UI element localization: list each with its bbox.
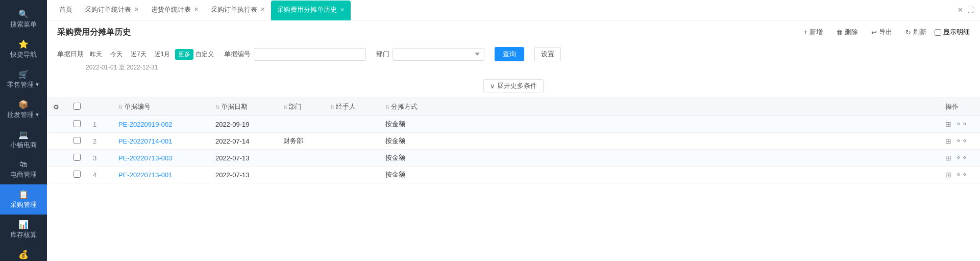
main-content: 首页 采购订单统计表 ✕ 进货单统计表 ✕ 采购订单执行表 ✕ 采购费用分摊单历…: [47, 0, 980, 261]
row-doc-number-link[interactable]: PE-20220713-003: [118, 154, 173, 162]
row-doc-number-link[interactable]: PE-20220713-001: [118, 171, 173, 179]
sidebar-item-quicknav[interactable]: ⭐ 快捷导航: [0, 34, 47, 64]
col-settings-header[interactable]: ⚙: [47, 98, 67, 116]
row-dept-cell: [277, 150, 324, 167]
sidebar-item-small-ecommerce[interactable]: 💻 小畅电商: [0, 125, 47, 155]
export-icon: ↩: [871, 29, 877, 36]
row-checkbox-3[interactable]: [74, 171, 81, 178]
edit-icon[interactable]: ⊞: [945, 120, 951, 128]
sidebar-item-purchase[interactable]: 📋 采购管理: [0, 184, 47, 215]
more-icon[interactable]: ⚬⚬: [955, 171, 968, 179]
close-inbound-stats-icon[interactable]: ✕: [194, 6, 199, 13]
query-button[interactable]: 查询: [495, 47, 524, 61]
header-toolbar: 采购费用分摊单历史 + 新增 🗑 删除 ↩ 导出 ↻ 刷新 显示明细: [47, 20, 980, 42]
col-split-method-header[interactable]: ⇅ 分摊方式: [379, 98, 939, 116]
ecommerce-icon: 🛍: [2, 160, 45, 169]
delete-button[interactable]: 🗑 删除: [831, 26, 863, 39]
show-detail-toggle[interactable]: 显示明细: [935, 28, 970, 37]
row-doc-date-cell: 2022-07-14: [209, 133, 277, 150]
col-dept-header[interactable]: ⇅ 部门: [277, 98, 324, 116]
tab-home[interactable]: 首页: [53, 0, 79, 20]
col-doc-number-header[interactable]: ⇅ 单据编号: [112, 98, 209, 116]
row-dept-cell: 财务部: [277, 133, 324, 150]
row-checkbox-cell[interactable]: [67, 116, 87, 133]
close-purchase-cost-history-icon[interactable]: ✕: [340, 7, 345, 13]
row-checkbox-cell[interactable]: [67, 150, 87, 167]
row-handler-cell: [324, 150, 379, 167]
inventory-icon: 📊: [2, 220, 45, 229]
col-dept-label: 部门: [288, 103, 302, 110]
edit-icon[interactable]: ⊞: [945, 137, 951, 145]
show-detail-checkbox[interactable]: [935, 29, 941, 36]
row-num-cell: 2: [87, 133, 112, 150]
sidebar-item-inventory[interactable]: 📊 库存核算: [0, 215, 47, 245]
row-checkbox-cell[interactable]: [67, 133, 87, 150]
date-shortcut-custom[interactable]: 自定义: [195, 50, 214, 59]
edit-icon[interactable]: ⊞: [945, 154, 951, 162]
date-shortcut-1month[interactable]: 近1月: [152, 49, 174, 60]
row-action-cell: ⊞ ⚬⚬: [939, 133, 980, 150]
col-split-method-label: 分摊方式: [391, 103, 418, 110]
row-doc-number-link[interactable]: PE-20220919-002: [118, 121, 173, 128]
row-doc-number-link[interactable]: PE-20220714-001: [118, 137, 173, 145]
expand-more-button[interactable]: ∨ 展开更多条件: [483, 79, 544, 92]
sidebar-item-retail[interactable]: 🛒 零售管理 ▼: [0, 64, 47, 94]
chevron-down-icon: ▼: [35, 82, 40, 87]
row-checkbox-2[interactable]: [74, 154, 81, 161]
dept-select[interactable]: [393, 48, 484, 61]
row-doc-date-cell: 2022-07-13: [209, 167, 277, 183]
date-range-text: 2022-01-01 至 2022-12-31: [86, 64, 158, 71]
tab-purchase-cost-history[interactable]: 采购费用分摊单历史 ✕: [271, 1, 351, 20]
edit-icon[interactable]: ⊞: [945, 171, 951, 179]
more-icon[interactable]: ⚬⚬: [955, 154, 968, 162]
wholesale-icon: 📦: [2, 100, 45, 109]
sidebar-item-search[interactable]: 🔍 搜索菜单: [0, 4, 47, 34]
date-filter-label: 单据日期: [57, 50, 84, 59]
tab-purchase-order-stats[interactable]: 采购订单统计表 ✕: [79, 0, 145, 20]
date-shortcut-yesterday[interactable]: 昨天: [87, 49, 105, 60]
row-dept-cell: [277, 167, 324, 183]
chevron-down-icon-2: ▼: [35, 112, 40, 117]
col-handler-header[interactable]: ⇅ 经手人: [324, 98, 379, 116]
close-window-icon[interactable]: ✕: [958, 6, 963, 14]
date-shortcut-today[interactable]: 今天: [107, 49, 126, 60]
row-split-method-cell: 按金额: [379, 133, 939, 150]
sidebar-label-retail: 零售管理: [7, 80, 34, 89]
tab-inbound-stats[interactable]: 进货单统计表 ✕: [145, 0, 205, 20]
doc-number-input[interactable]: [254, 48, 366, 61]
add-button[interactable]: + 新增: [799, 26, 828, 39]
row-num-cell: 1: [87, 116, 112, 133]
more-icon[interactable]: ⚬⚬: [955, 120, 968, 128]
row-checkbox-0[interactable]: [74, 120, 81, 127]
table-row: 2 PE-20220714-001 2022-07-14 财务部 按金额 ⊞ ⚬…: [47, 133, 980, 150]
sidebar-item-finance[interactable]: 💰 资金管理: [0, 245, 47, 261]
sort-icon-handler: ⇅: [330, 104, 336, 110]
row-settings-cell: [47, 133, 67, 150]
sort-icon-split-method: ⇅: [385, 104, 391, 110]
filter-row: 单据日期 昨天 今天 近7天 近1月 更多 自定义 单据编号: [57, 47, 970, 61]
date-shortcut-7days[interactable]: 近7天: [128, 49, 150, 60]
sort-icon-doc-number: ⇅: [118, 104, 124, 110]
row-checkbox-1[interactable]: [74, 137, 81, 144]
sidebar-item-wholesale[interactable]: 📦 批发管理 ▼: [0, 94, 47, 125]
col-checkbox-header[interactable]: [67, 98, 87, 116]
col-doc-date-header[interactable]: ⇅ 单据日期: [209, 98, 277, 116]
more-icon[interactable]: ⚬⚬: [955, 137, 968, 145]
close-purchase-order-stats-icon[interactable]: ✕: [134, 6, 139, 13]
settings-button[interactable]: 设置: [534, 47, 561, 61]
export-button[interactable]: ↩ 导出: [866, 26, 897, 39]
search-icon: 🔍: [2, 9, 45, 19]
sidebar-label-small-ecommerce: 小畅电商: [2, 140, 45, 150]
tab-purchase-order-exec[interactable]: 采购订单执行表 ✕: [205, 0, 271, 20]
row-dept-cell: [277, 116, 324, 133]
date-shortcut-more[interactable]: 更多: [175, 49, 193, 60]
tab-inbound-stats-label: 进货单统计表: [151, 5, 191, 14]
select-all-checkbox[interactable]: [74, 103, 81, 110]
row-settings-cell: [47, 167, 67, 183]
finance-icon: 💰: [2, 250, 45, 259]
refresh-button[interactable]: ↻ 刷新: [900, 26, 932, 39]
expand-window-icon[interactable]: ⛶: [967, 6, 974, 14]
sidebar-item-ecommerce[interactable]: 🛍 电商管理: [0, 155, 47, 184]
row-checkbox-cell[interactable]: [67, 167, 87, 183]
close-purchase-order-exec-icon[interactable]: ✕: [260, 6, 265, 13]
